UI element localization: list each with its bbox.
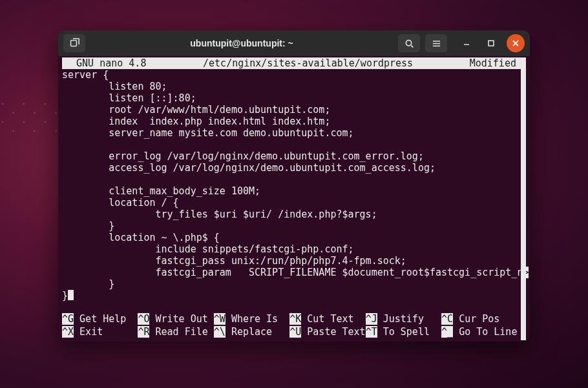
close-icon [512, 39, 520, 47]
window-title: ubuntupit@ubuntupit: ~ [90, 38, 393, 48]
minimize-icon [463, 39, 470, 47]
new-tab-button[interactable] [63, 34, 85, 52]
svg-rect-0 [71, 41, 77, 46]
search-icon [404, 39, 414, 48]
svg-rect-2 [488, 41, 494, 46]
maximize-icon [487, 39, 495, 47]
minimize-button[interactable] [457, 34, 476, 52]
maximize-button[interactable] [482, 34, 500, 52]
nano-status: Modified [470, 57, 526, 69]
close-button[interactable] [507, 34, 525, 52]
text-cursor [68, 290, 74, 300]
nano-file-path: /etc/nginx/sites-available/wordpress [146, 57, 469, 69]
nano-version: GNU nano 4.8 [62, 57, 146, 69]
search-button[interactable] [398, 34, 420, 52]
nano-header: GNU nano 4.8 /etc/nginx/sites-available/… [62, 57, 526, 69]
nano-shortcuts-row-1: ^G Get Help ^O Write Out ^W Where Is ^K … [62, 313, 526, 325]
terminal-body[interactable]: GNU nano 4.8 /etc/nginx/sites-available/… [58, 56, 530, 342]
nano-shortcuts-row-2: ^X Exit ^R Read File ^\ Replace ^U Paste… [62, 326, 526, 338]
hamburger-icon [432, 39, 441, 48]
new-tab-icon [69, 38, 79, 48]
menu-button[interactable] [425, 34, 447, 52]
editor-content[interactable]: server { listen 80; listen [::]:80; root… [62, 69, 526, 301]
terminal-window: ubuntupit@ubuntupit: ~ GNU nano 4.8 /etc… [58, 30, 530, 342]
svg-point-1 [406, 40, 411, 45]
scrollbar[interactable] [521, 57, 526, 340]
titlebar: ubuntupit@ubuntupit: ~ [58, 30, 530, 56]
